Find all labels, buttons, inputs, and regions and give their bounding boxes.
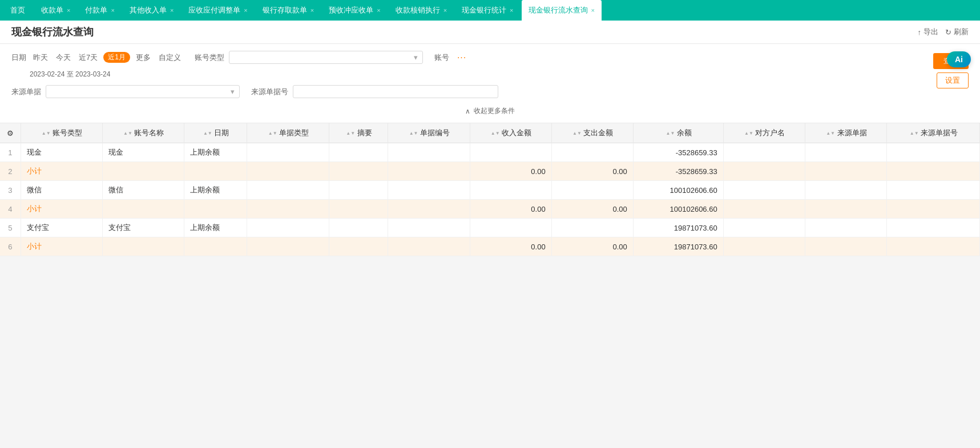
- close-tab-2[interactable]: ×: [170, 7, 174, 14]
- cell-expense: 0.00: [551, 162, 633, 181]
- cell-summary: [329, 143, 388, 162]
- cell-income: 0.00: [470, 200, 551, 219]
- cell-source-doc-no: [886, 143, 979, 162]
- source-doc-no-input[interactable]: [293, 85, 498, 98]
- sort-icon: ▲▼: [666, 131, 675, 136]
- close-tab-5[interactable]: ×: [377, 7, 380, 14]
- cell-source-doc: [805, 143, 886, 162]
- col-account-name[interactable]: ▲▼ 账号名称: [102, 123, 184, 143]
- cell-counterpart: [723, 200, 805, 219]
- nav-tab-6[interactable]: 收款核销执行 ×: [389, 0, 454, 21]
- cell-source-doc-no: [886, 237, 979, 256]
- nav-home[interactable]: 首页: [2, 5, 33, 15]
- cell-date: [184, 237, 247, 256]
- collapse-button[interactable]: 收起更多条件: [465, 106, 515, 116]
- cell-source-doc-no: [886, 162, 979, 181]
- collapse-row: 收起更多条件: [11, 106, 969, 116]
- source-doc-chevron: [231, 87, 235, 96]
- nav-tab-4[interactable]: 银行存取款单 ×: [256, 0, 321, 21]
- settings-button[interactable]: 设置: [937, 72, 969, 88]
- close-tab-7[interactable]: ×: [510, 7, 513, 14]
- col-source-doc-no[interactable]: ▲▼ 来源单据号: [886, 123, 979, 143]
- date-opt-yesterday[interactable]: 昨天: [31, 51, 50, 64]
- row-number: 2: [0, 162, 21, 181]
- col-doc-no[interactable]: ▲▼ 单据编号: [388, 123, 470, 143]
- ai-badge[interactable]: Ai: [947, 51, 971, 67]
- col-expense[interactable]: ▲▼ 支出金额: [551, 123, 633, 143]
- data-table: ⚙ ▲▼ 账号类型 ▲▼ 账号名称 ▲▼ 日期 ▲▼ 单据类型: [0, 123, 980, 256]
- cell-account-name: [102, 162, 184, 181]
- nav-tab-8[interactable]: 现金银行流水查询 ×: [522, 0, 602, 21]
- close-tab-4[interactable]: ×: [310, 7, 314, 14]
- col-balance[interactable]: ▲▼ 余额: [633, 123, 723, 143]
- export-button[interactable]: ↑ 导出: [918, 27, 939, 37]
- col-counterpart[interactable]: ▲▼ 对方户名: [723, 123, 805, 143]
- cell-balance: -3528659.33: [633, 143, 723, 162]
- nav-tab-2[interactable]: 其他收入单 ×: [123, 0, 180, 21]
- cell-summary: [329, 237, 388, 256]
- nav-tab-3[interactable]: 应收应付调整单 ×: [182, 0, 254, 21]
- account-type-label: 账号类型: [195, 53, 224, 63]
- date-opt-custom[interactable]: 自定义: [156, 51, 183, 64]
- date-label: 日期: [11, 53, 26, 63]
- source-doc-select[interactable]: [46, 85, 240, 98]
- cell-doc-no: [388, 200, 470, 219]
- header-actions: ↑ 导出 ↻ 刷新: [918, 27, 969, 37]
- source-doc-filter-group: 来源单据: [11, 85, 240, 98]
- date-opt-7days[interactable]: 近7天: [76, 51, 100, 64]
- cell-doc-no: [388, 237, 470, 256]
- cell-account-type: 现金: [21, 143, 102, 162]
- col-date[interactable]: ▲▼ 日期: [184, 123, 247, 143]
- col-summary[interactable]: ▲▼ 摘要: [329, 123, 388, 143]
- close-tab-3[interactable]: ×: [244, 7, 247, 14]
- cell-account-type: 小计: [21, 162, 102, 181]
- account-dots-button[interactable]: ···: [454, 53, 470, 63]
- cell-balance: 19871073.60: [633, 219, 723, 237]
- cell-doc-type: [247, 200, 329, 219]
- date-opt-1month[interactable]: 近1月: [103, 52, 130, 63]
- source-doc-no-label: 来源单据号: [251, 87, 288, 97]
- close-tab-8[interactable]: ×: [591, 7, 595, 14]
- cell-doc-type: [247, 237, 329, 256]
- close-tab-0[interactable]: ×: [67, 7, 70, 14]
- nav-tab-5[interactable]: 预收冲应收单 ×: [322, 0, 387, 21]
- close-tab-1[interactable]: ×: [111, 7, 114, 14]
- cell-summary: [329, 219, 388, 237]
- col-income[interactable]: ▲▼ 收入金额: [470, 123, 551, 143]
- cell-counterpart: [723, 219, 805, 237]
- refresh-button[interactable]: ↻ 刷新: [945, 27, 969, 37]
- sort-icon: ▲▼: [409, 131, 418, 136]
- col-gear[interactable]: ⚙: [0, 123, 21, 143]
- table-row: 2小计0.000.00-3528659.33: [0, 162, 980, 181]
- account-type-select[interactable]: [229, 51, 423, 64]
- sort-icon: ▲▼: [42, 131, 51, 136]
- cell-balance: 19871073.60: [633, 237, 723, 256]
- col-account-type[interactable]: ▲▼ 账号类型: [21, 123, 102, 143]
- cell-date: 上期余额: [184, 181, 247, 200]
- cell-source-doc-no: [886, 181, 979, 200]
- nav-tab-0[interactable]: 收款单 ×: [34, 0, 77, 21]
- cell-source-doc: [805, 219, 886, 237]
- sort-icon: ▲▼: [123, 131, 132, 136]
- col-doc-type[interactable]: ▲▼ 单据类型: [247, 123, 329, 143]
- cell-balance: 100102606.60: [633, 200, 723, 219]
- filter-area: 日期 昨天 今天 近7天 近1月 更多 自定义 账号类型: [0, 44, 980, 123]
- cell-account-name: 微信: [102, 181, 184, 200]
- nav-tab-7[interactable]: 现金银行统计 ×: [455, 0, 520, 21]
- nav-tab-1[interactable]: 付款单 ×: [78, 0, 121, 21]
- col-source-doc[interactable]: ▲▼ 来源单据: [805, 123, 886, 143]
- cell-summary: [329, 162, 388, 181]
- table-row: 3微信微信上期余额100102606.60: [0, 181, 980, 200]
- cell-account-type: 小计: [21, 200, 102, 219]
- source-doc-label: 来源单据: [11, 87, 41, 97]
- cell-income: 0.00: [470, 237, 551, 256]
- refresh-icon: ↻: [945, 28, 951, 37]
- close-tab-6[interactable]: ×: [443, 7, 447, 14]
- date-opt-more[interactable]: 更多: [134, 51, 153, 64]
- cell-date: 上期余额: [184, 219, 247, 237]
- cell-expense: [551, 219, 633, 237]
- cell-doc-no: [388, 181, 470, 200]
- date-opt-today[interactable]: 今天: [54, 51, 73, 64]
- table-header-row: ⚙ ▲▼ 账号类型 ▲▼ 账号名称 ▲▼ 日期 ▲▼ 单据类型: [0, 123, 980, 143]
- account-type-filter-group: 账号类型: [195, 51, 423, 64]
